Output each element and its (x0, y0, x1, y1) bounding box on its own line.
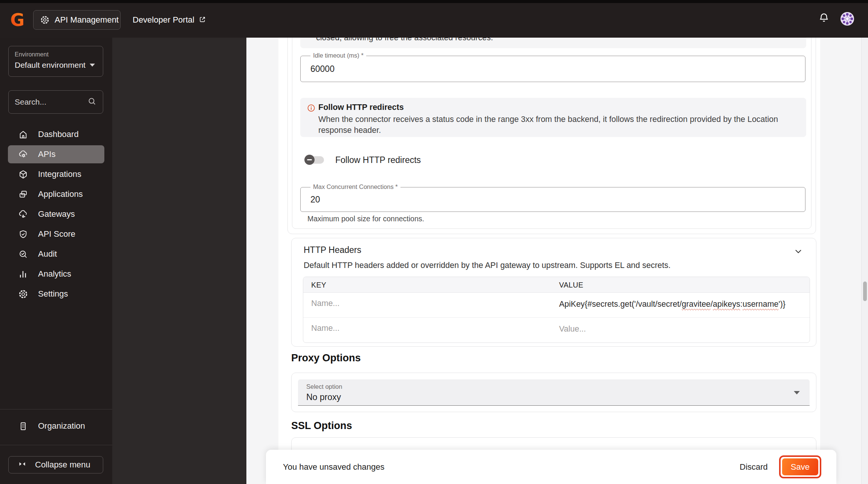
clipped-info-text: closed, allowing to free the associated … (316, 38, 493, 43)
save-button-highlight-ring: Save (779, 455, 821, 478)
http-headers-table: KEY VALUE ApiKey{#secrets.get('/vault/se… (303, 277, 810, 343)
discard-button[interactable]: Discard (740, 462, 768, 472)
search-icon (87, 96, 97, 108)
developer-portal-link[interactable]: Developer Portal (133, 10, 206, 30)
main-content: closed, allowing to free the associated … (246, 38, 868, 484)
proxy-options-heading: Proxy Options (291, 352, 361, 364)
key-column-header: KEY (311, 281, 326, 289)
sidebar-item-applications[interactable]: Applications (8, 185, 104, 203)
max-connections-label: Max Concurrent Connections * (310, 183, 400, 190)
sidebar: Environment Default environment (0, 38, 112, 484)
proxy-options-card: Select option No proxy (291, 373, 816, 412)
bar-chart-icon (18, 269, 28, 279)
follow-redirects-toggle[interactable] (306, 156, 324, 164)
save-button[interactable]: Save (782, 458, 818, 475)
sidebar-item-dashboard[interactable]: Dashboard (8, 125, 104, 143)
environment-selector[interactable]: Environment Default environment (8, 46, 103, 77)
gear-icon (40, 15, 50, 25)
max-connections-field[interactable]: Max Concurrent Connections * (300, 187, 805, 212)
avatar-image (840, 11, 854, 26)
clipped-info-box: closed, allowing to free the associated … (300, 38, 806, 48)
redirects-toggle-row: Follow HTTP redirects (306, 152, 421, 167)
sidebar-divider (0, 409, 112, 409)
sidebar-item-gateways[interactable]: Gateways (8, 205, 104, 223)
sidebar-item-apis[interactable]: APIs (8, 145, 104, 163)
http-headers-title: HTTP Headers (304, 245, 361, 255)
header-value-input[interactable]: Value... (559, 324, 586, 334)
caret-down-icon (794, 391, 800, 394)
api-management-button[interactable]: API Management (33, 10, 121, 30)
bell-icon (818, 12, 830, 26)
environment-value: Default environment (15, 61, 86, 70)
http-headers-description: Default HTTP headers added or overridden… (304, 261, 671, 270)
magnifier-check-icon (18, 249, 28, 259)
max-connections-hint: Maximum pool size for connections. (307, 215, 424, 223)
collapse-icon (18, 460, 27, 470)
app-window: G API Management Developer Portal (0, 0, 868, 484)
http-headers-card: HTTP Headers Default HTTP headers added … (291, 238, 816, 347)
caret-down-icon (90, 64, 95, 67)
home-icon (18, 129, 28, 140)
cloud-node-icon (18, 209, 28, 219)
notifications-button[interactable] (817, 12, 831, 26)
sidebar-item-api-score[interactable]: API Score (8, 225, 104, 243)
unsaved-changes-message: You have unsaved changes (283, 462, 385, 472)
sidebar-search[interactable] (8, 90, 103, 114)
idle-timeout-label: Idle timeout (ms) * (310, 52, 366, 59)
sidebar-item-audit[interactable]: Audit (8, 245, 104, 263)
cloud-gear-icon (18, 149, 28, 160)
table-row: Value... (303, 318, 810, 342)
external-link-icon (199, 15, 206, 25)
topbar-strip (0, 0, 868, 3)
redirects-info-title: Follow HTTP redirects (318, 103, 404, 112)
info-circle-icon (307, 103, 316, 114)
header-value-input[interactable]: ApiKey{#secrets.get('/vault/secret/gravi… (559, 300, 785, 309)
sidebar-divider (0, 445, 112, 445)
secondary-menu-panel (112, 38, 246, 484)
chevron-down-icon[interactable] (793, 247, 803, 258)
windows-stack-icon (18, 189, 28, 199)
proxy-select[interactable]: Select option No proxy (298, 379, 810, 406)
value-column-header: VALUE (559, 281, 584, 289)
table-row: ApiKey{#secrets.get('/vault/secret/gravi… (303, 293, 810, 318)
shield-check-icon (18, 229, 28, 239)
redirects-toggle-label: Follow HTTP redirects (335, 155, 421, 165)
cube-icon (18, 169, 28, 180)
toggle-thumb-icon (304, 155, 315, 165)
gear-icon (18, 289, 28, 299)
environment-label: Environment (15, 51, 97, 58)
redirects-info-body: When the connector receives a status cod… (318, 114, 806, 136)
collapse-menu-button[interactable]: Collapse menu (8, 456, 103, 473)
max-connections-input[interactable] (301, 187, 805, 212)
proxy-select-value: No proxy (306, 392, 341, 402)
ssl-options-heading: SSL Options (291, 420, 352, 432)
header-key-input[interactable] (311, 324, 537, 333)
redirects-info-box: Follow HTTP redirects When the connector… (300, 98, 806, 137)
topbar-actions (817, 0, 854, 38)
svg-text:G: G (10, 10, 24, 29)
scrollbar-thumb[interactable] (863, 282, 867, 301)
topbar: G API Management Developer Portal (0, 0, 868, 38)
developer-portal-label: Developer Portal (133, 15, 194, 25)
gravitee-logo-icon[interactable]: G (10, 10, 29, 29)
unsaved-changes-bar: You have unsaved changes Discard Save (266, 450, 836, 484)
sidebar-item-analytics[interactable]: Analytics (8, 265, 104, 283)
idle-timeout-field[interactable]: Idle timeout (ms) * (300, 56, 805, 82)
user-avatar[interactable] (840, 12, 854, 26)
sidebar-item-organization[interactable]: Organization (8, 417, 104, 437)
sidebar-item-settings[interactable]: Settings (8, 285, 104, 303)
search-input[interactable] (15, 97, 87, 107)
sidebar-item-integrations[interactable]: Integrations (8, 165, 104, 183)
building-icon (18, 421, 28, 431)
vertical-scrollbar[interactable] (861, 38, 868, 484)
sidebar-nav: Dashboard APIs Integra (8, 125, 104, 305)
proxy-select-label: Select option (306, 383, 342, 390)
idle-timeout-input[interactable] (301, 56, 805, 82)
header-key-input[interactable] (311, 299, 537, 308)
api-management-label: API Management (55, 15, 119, 25)
table-header-row: KEY VALUE (303, 277, 810, 293)
